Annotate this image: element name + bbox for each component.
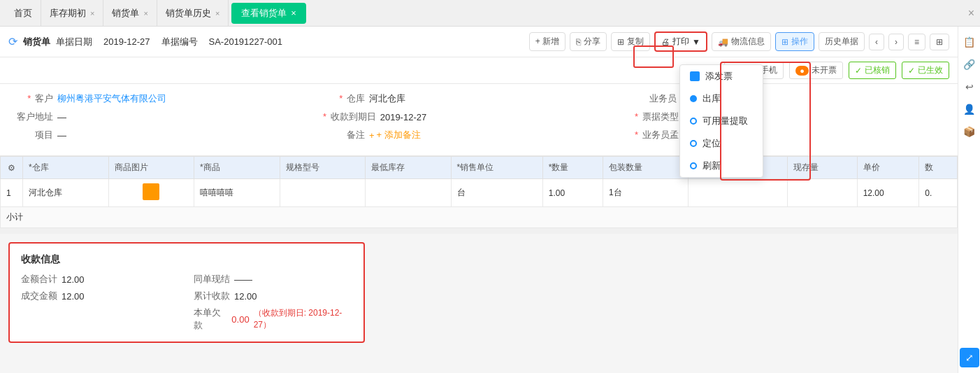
- window-close-btn[interactable]: ×: [968, 7, 974, 20]
- tab-view-sales-close[interactable]: ×: [291, 8, 296, 18]
- tab-view-sales[interactable]: 查看销货单 ×: [231, 3, 306, 24]
- sidebar-refresh-icon[interactable]: ↩: [960, 77, 979, 97]
- cumulative-value: 12.00: [234, 291, 257, 302]
- dropdown-refresh[interactable]: 刷新: [680, 155, 763, 177]
- project-value: —: [57, 130, 66, 141]
- available-dot-icon: [690, 118, 697, 125]
- cell-spec: [280, 179, 366, 207]
- col-pkg-qty: 包装数量: [603, 157, 689, 179]
- locate-dot-icon: [690, 140, 697, 147]
- form-row-2: 客户地址 — * 收款到期日 2019-12-27 * 票据类型 不开票: [11, 111, 946, 123]
- cell-min-stock: [366, 179, 452, 207]
- print-button[interactable]: 🖨 打印 ▼: [654, 31, 707, 52]
- total-value: 12.00: [62, 274, 85, 285]
- sidebar-expand-icon[interactable]: ⤢: [960, 348, 979, 367]
- same-order-value: ——: [234, 274, 252, 285]
- col-unit: *销售单位: [451, 157, 542, 179]
- sidebar-package-icon[interactable]: 📦: [960, 122, 979, 141]
- transaction-value: 12.00: [62, 291, 85, 302]
- operations-button[interactable]: ⊞ 操作: [775, 32, 814, 51]
- refresh-dot-icon: [690, 162, 697, 169]
- subtotal-row: 小计: [1, 207, 958, 228]
- layout2-button[interactable]: ⊞: [930, 34, 949, 50]
- customer-value[interactable]: 柳州粤港平安气体有限公司: [57, 92, 166, 105]
- sidebar-link-icon[interactable]: 🔗: [960, 55, 979, 74]
- number-label: 单据编号: [161, 36, 198, 48]
- cell-available: [689, 179, 787, 207]
- prev-button[interactable]: ‹: [869, 34, 884, 50]
- due-label: 本单欠款: [194, 307, 227, 332]
- tab-history[interactable]: 销货单历史 ×: [157, 0, 229, 26]
- col-settings[interactable]: ⚙: [1, 157, 23, 179]
- col-stock: 现存量: [787, 157, 857, 179]
- plus-icon: +: [369, 130, 375, 141]
- payment-date-value: 2019-12-27: [380, 112, 427, 122]
- dropdown-add-invoice[interactable]: 添发票: [680, 65, 763, 87]
- tab-inventory-close[interactable]: ×: [90, 9, 94, 17]
- product-image: [143, 183, 159, 200]
- cell-pkg-qty: 1台: [603, 179, 689, 207]
- toolbar-right: + 新增 ⎘ 分享 ⊞ 复制 🖨 打印 ▼ 🚚 物流信息: [529, 31, 949, 52]
- next-button[interactable]: ›: [888, 34, 904, 50]
- not-opened-badge: ●: [795, 66, 809, 76]
- same-order-row: 同单现结 ——: [194, 273, 352, 286]
- activated-button[interactable]: ✓ 已生效: [902, 62, 949, 79]
- col-image: 商品图片: [108, 157, 194, 179]
- tab-history-label: 销货单历史: [166, 7, 211, 20]
- tab-inventory-label: 库存期初: [50, 7, 86, 20]
- tab-history-close[interactable]: ×: [215, 9, 219, 17]
- copy-button[interactable]: ⊞ 复制: [611, 32, 650, 51]
- horizontal-scrollbar[interactable]: [0, 228, 958, 234]
- checked-button[interactable]: ✓ 已核销: [849, 62, 896, 79]
- cumulative-row: 累计收款 12.00: [194, 290, 352, 302]
- sidebar-clipboard-icon[interactable]: 📋: [960, 32, 979, 52]
- address-value: —: [57, 112, 66, 122]
- activated-icon: ✓: [908, 66, 915, 76]
- date-label: 单据日期: [56, 36, 92, 48]
- col-qty: *数量: [542, 157, 603, 179]
- warehouse-value: 河北仓库: [369, 92, 405, 105]
- cell-unit: 台: [451, 179, 542, 207]
- tab-sales-close[interactable]: ×: [143, 9, 147, 17]
- col-spec: 规格型号: [280, 157, 366, 179]
- share-button[interactable]: ⎘ 分享: [570, 32, 607, 51]
- due-row: 本单欠款 0.00 （收款到期日: 2019-12-27）: [194, 307, 352, 332]
- refresh-label: 刷新: [702, 160, 721, 172]
- cell-product: 嘻嘻嘻嘻: [194, 179, 280, 207]
- dropdown-outbound[interactable]: 出库: [680, 87, 763, 110]
- customer-field: * 客户 柳州粤港平安气体有限公司: [11, 92, 323, 105]
- truck-icon: 🚚: [718, 37, 728, 47]
- add-note-btn[interactable]: + + 添加备注: [369, 129, 421, 141]
- doc-icon: ⟳: [8, 35, 17, 48]
- form-row-1: * 客户 柳州粤港平安气体有限公司 * 仓库 河北仓库 业务员: [11, 92, 946, 105]
- payment-info-grid: 金额合计 12.00 同单现结 —— 成交金额 12.00 累计收款 12.00: [21, 273, 352, 332]
- product-table: ⚙ *仓库 商品图片 *商品 规格型号 最低库存 *销售单位 *数量 包装数量 …: [0, 156, 958, 234]
- address-field: 客户地址 —: [11, 111, 323, 123]
- cell-image: [108, 179, 194, 207]
- dropdown-locate[interactable]: 定位: [680, 132, 763, 155]
- cumulative-label: 累计收款: [194, 290, 230, 302]
- total-row: 金额合计 12.00: [21, 273, 180, 286]
- note-field: 备注 + + 添加备注: [323, 129, 635, 141]
- logistics-button[interactable]: 🚚 物流信息: [712, 32, 771, 51]
- tab-inventory[interactable]: 库存期初 ×: [41, 0, 103, 26]
- new-button[interactable]: + 新增: [529, 32, 565, 51]
- tab-sales[interactable]: 销货单 ×: [103, 0, 157, 26]
- col-warehouse: *仓库: [23, 157, 109, 179]
- dropdown-available-extract[interactable]: 可用量提取: [680, 110, 763, 132]
- print-dropdown-icon: ▼: [692, 37, 700, 47]
- transaction-label: 成交金额: [21, 290, 57, 302]
- form-area: * 客户 柳州粤港平安气体有限公司 * 仓库 河北仓库 业务员: [0, 84, 958, 156]
- doc-info: 单据日期 2019-12-27 单据编号 SA-20191227-001: [56, 36, 282, 48]
- history-button[interactable]: 历史单据: [819, 32, 865, 51]
- sidebar-user-icon[interactable]: 👤: [960, 99, 979, 119]
- tab-home-label: 首页: [14, 7, 32, 20]
- layout1-button[interactable]: ≡: [908, 34, 925, 50]
- outbound-dot-icon: [690, 95, 697, 102]
- number-value: SA-20191227-001: [209, 36, 283, 47]
- right-sidebar: 📋 🔗 ↩ 👤 📦 ⤢: [958, 27, 980, 373]
- locate-label: 定位: [702, 137, 721, 150]
- tab-home[interactable]: 首页: [6, 0, 41, 26]
- cell-price: 12.00: [857, 179, 919, 207]
- not-opened-button[interactable]: ● 未开票: [789, 62, 843, 79]
